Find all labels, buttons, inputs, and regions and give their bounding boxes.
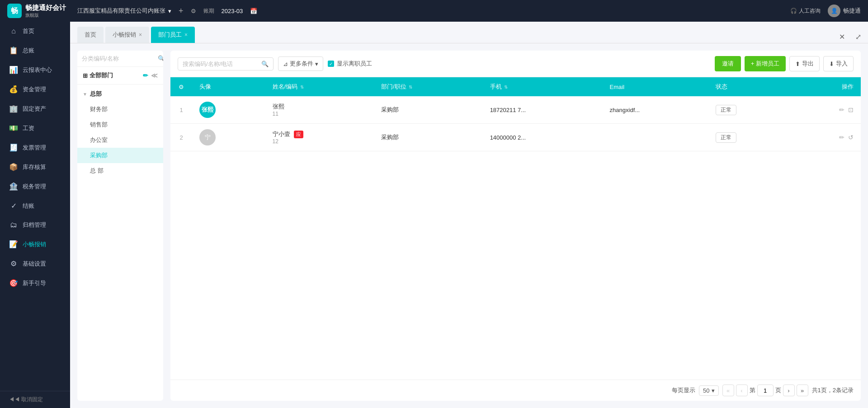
col-phone[interactable]: 手机 ⇅ bbox=[483, 77, 603, 96]
invite-button[interactable]: 邀请 bbox=[715, 56, 741, 71]
app-logo-icon: 畅 bbox=[7, 4, 22, 18]
sidebar-item-fund-mgmt[interactable]: 💰 资金管理 bbox=[0, 80, 70, 99]
tree-search-bar: 🔍 bbox=[77, 51, 163, 67]
tree-item-label: 办公室 bbox=[90, 136, 108, 144]
show-resigned-checkbox[interactable]: ✓ bbox=[328, 61, 334, 67]
employee-table-container: ⚙ 头像 姓名/编码 ⇅ 部门/职位 ⇅ bbox=[170, 77, 861, 380]
edit-icon[interactable]: ✏ bbox=[839, 134, 844, 141]
tree-item-office-dept[interactable]: 办公室 bbox=[77, 132, 163, 148]
user-area[interactable]: 👤 畅捷通 bbox=[828, 5, 861, 17]
next-page-button[interactable]: › bbox=[783, 385, 795, 396]
tab-expense[interactable]: 小畅报销 × bbox=[105, 27, 149, 43]
table-row: 2 宁 宁小壹 应 12 bbox=[170, 124, 861, 151]
edit-icon[interactable]: ✏ bbox=[839, 106, 844, 113]
filter-icon: ⊿ bbox=[283, 61, 288, 67]
tree-item-sales-dept[interactable]: 销售部 bbox=[77, 117, 163, 132]
sidebar-item-invoice-mgmt[interactable]: 🧾 发票管理 bbox=[0, 138, 70, 157]
invoice-icon: 🧾 bbox=[9, 143, 18, 152]
tree-search-input[interactable] bbox=[82, 55, 158, 62]
more-filter-button[interactable]: ⊿ 更多条件 ▾ bbox=[278, 56, 323, 71]
sidebar-item-closing[interactable]: ✓ 结账 bbox=[0, 196, 70, 216]
cancel-fixed-button[interactable]: ◀◀ 取消固定 bbox=[0, 391, 70, 408]
per-page-select[interactable]: 50 ▾ bbox=[699, 385, 718, 396]
dropdown-icon: ▾ bbox=[168, 8, 171, 14]
sidebar-label-home: 首页 bbox=[23, 27, 34, 35]
employee-search-icon[interactable]: 🔍 bbox=[261, 61, 269, 67]
tab-expense-label: 小畅报销 bbox=[113, 31, 136, 39]
header-middle: + ⚙ 账期 2023-03 📅 bbox=[179, 6, 257, 16]
employee-code: 11 bbox=[273, 111, 367, 117]
col-status: 状态 bbox=[708, 77, 792, 96]
sidebar-item-payroll[interactable]: 💵 工资 bbox=[0, 118, 70, 138]
tab-expand-button[interactable]: ⤢ bbox=[852, 30, 864, 43]
employee-name: 宁小壹 应 bbox=[273, 130, 367, 138]
import-button[interactable]: ⬇ 导入 bbox=[823, 56, 854, 71]
sidebar-label-basic-settings: 基础设置 bbox=[23, 260, 46, 268]
tab-expense-close-icon[interactable]: × bbox=[139, 32, 142, 38]
export-label: 导出 bbox=[802, 60, 814, 68]
row-no: 2 bbox=[170, 124, 192, 151]
app-name: 畅捷通好会计 bbox=[25, 4, 66, 12]
consultant-button[interactable]: 🎧 人工咨询 bbox=[790, 7, 821, 15]
prev-page-button[interactable]: ‹ bbox=[736, 385, 748, 396]
consultant-label: 人工咨询 bbox=[799, 7, 821, 15]
sidebar-label-inventory: 库存核算 bbox=[23, 163, 46, 171]
table-row: 1 张熙 张熙 11 采购部 18720211 7... z bbox=[170, 96, 861, 124]
tree-edit-icon[interactable]: ✏ bbox=[143, 72, 148, 79]
company-selector[interactable]: 江西服宝精品有限责任公司内账张 ▾ bbox=[77, 7, 171, 15]
pagination: « ‹ 第 页 › » bbox=[722, 385, 808, 396]
tree-item-finance-dept[interactable]: 财务部 bbox=[77, 102, 163, 117]
show-resigned-label[interactable]: ✓ 显示离职员工 bbox=[328, 60, 372, 68]
col-dept-position[interactable]: 部门/职位 ⇅ bbox=[374, 77, 483, 96]
delete-icon[interactable]: ↺ bbox=[848, 134, 854, 141]
top-header: 畅 畅捷通好会计 旗舰版 江西服宝精品有限责任公司内账张 ▾ + ⚙ 账期 20… bbox=[0, 0, 868, 22]
tree-item-procurement-dept[interactable]: 采购部 bbox=[77, 148, 163, 163]
sidebar-item-home[interactable]: ⌂ 首页 bbox=[0, 22, 70, 41]
tab-dept-employee-close-icon[interactable]: × bbox=[184, 32, 188, 38]
page-input[interactable] bbox=[757, 385, 774, 396]
tab-dept-employee[interactable]: 部门员工 × bbox=[151, 27, 195, 43]
tree-search-icon[interactable]: 🔍 bbox=[158, 55, 163, 62]
tree-root-label[interactable]: 全部部门 bbox=[90, 71, 113, 80]
tree-item-general-dept[interactable]: ▼ 总部 bbox=[77, 86, 163, 102]
inventory-icon: 📦 bbox=[9, 163, 18, 171]
total-records: 共1页，2条记录 bbox=[812, 386, 854, 394]
col-name-code[interactable]: 姓名/编码 ⇅ bbox=[265, 77, 374, 96]
fixed-assets-icon: 🏢 bbox=[9, 104, 18, 113]
tree-item-general-dept2[interactable]: 总 部 bbox=[77, 163, 163, 178]
sidebar-label-cloud-reports: 云报表中心 bbox=[23, 66, 52, 74]
first-page-button[interactable]: « bbox=[722, 385, 734, 396]
tree-item-label: 销售部 bbox=[90, 121, 108, 129]
name-sort-icon: ⇅ bbox=[300, 84, 304, 89]
tab-close-all-button[interactable]: ✕ bbox=[835, 30, 848, 43]
content-area: 首页 小畅报销 × 部门员工 × ✕ ⤢ 🔍 bbox=[70, 22, 868, 408]
employee-search-input[interactable] bbox=[183, 61, 259, 67]
sidebar-item-beginner-guide[interactable]: 🎯 新手引导 bbox=[0, 273, 70, 293]
last-page-button[interactable]: » bbox=[797, 385, 808, 396]
row-name-code: 宁小壹 应 12 bbox=[265, 124, 374, 151]
tab-home[interactable]: 首页 bbox=[77, 27, 104, 43]
add-employee-button[interactable]: + 新增员工 bbox=[745, 56, 786, 71]
expense-icon: 📝 bbox=[9, 240, 18, 249]
sidebar-item-fixed-assets[interactable]: 🏢 固定资产 bbox=[0, 99, 70, 118]
sidebar-item-general-ledger[interactable]: 📋 总账 bbox=[0, 41, 70, 60]
calendar-icon[interactable]: 📅 bbox=[250, 8, 257, 14]
sidebar-label-payroll: 工资 bbox=[23, 124, 34, 132]
logout-icon[interactable]: ⊡ bbox=[848, 106, 854, 113]
settings-icon[interactable]: ⚙ bbox=[191, 8, 196, 14]
tab-home-label: 首页 bbox=[85, 31, 96, 39]
sidebar-item-basic-settings[interactable]: ⚙ 基础设置 bbox=[0, 254, 70, 273]
sidebar-item-archive-mgmt[interactable]: 🗂 归档管理 bbox=[0, 216, 70, 234]
sidebar-label-invoice-mgmt: 发票管理 bbox=[23, 144, 46, 152]
cloud-reports-icon: 📊 bbox=[9, 66, 18, 74]
add-company-icon[interactable]: + bbox=[179, 6, 184, 16]
sidebar-item-cloud-reports[interactable]: 📊 云报表中心 bbox=[0, 60, 70, 80]
header-right: 🎧 人工咨询 👤 畅捷通 bbox=[790, 5, 861, 17]
sidebar-item-inventory[interactable]: 📦 库存核算 bbox=[0, 157, 70, 177]
row-email bbox=[603, 124, 708, 151]
sidebar-item-xiaochang-expense[interactable]: 📝 小畅报销 bbox=[0, 234, 70, 254]
export-button[interactable]: ⬆ 导出 bbox=[789, 56, 820, 71]
tree-collapse-icon[interactable]: ≪ bbox=[151, 72, 158, 79]
company-name: 江西服宝精品有限责任公司内账张 bbox=[77, 7, 165, 15]
sidebar-item-tax-mgmt[interactable]: 🏦 税务管理 bbox=[0, 177, 70, 196]
